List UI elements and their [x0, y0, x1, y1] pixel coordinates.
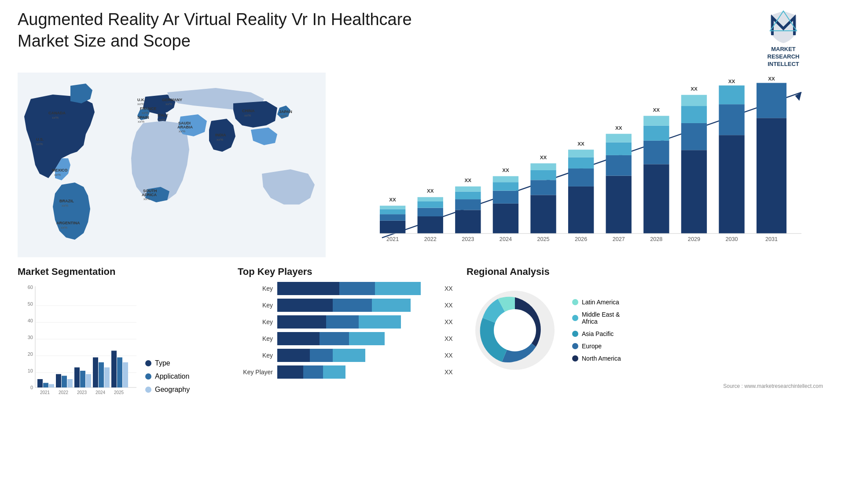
uk-pct: xx% — [137, 102, 144, 106]
bar-2021-seg3 — [380, 209, 405, 214]
legend-latin-america: Latin America — [572, 299, 621, 306]
bar-seg3-1 — [375, 282, 421, 295]
bar-2026-seg1 — [568, 186, 594, 234]
bar-seg1-5 — [277, 349, 310, 362]
seg-2025-app — [117, 357, 122, 387]
player-label-4: Key — [238, 335, 273, 342]
germany-pct: xx% — [165, 102, 172, 106]
player-bar-5 — [277, 349, 440, 362]
bar-2029-seg2 — [681, 123, 707, 150]
bar-seg3-6 — [323, 365, 346, 379]
bar-2022-label: XX — [427, 188, 434, 194]
player-bar-6 — [277, 365, 440, 379]
regional-inner: Latin America Middle East &Africa Asia P… — [467, 282, 827, 379]
bar-2021-seg1 — [380, 220, 405, 233]
seg-2024-app — [99, 362, 104, 387]
bar-2030-seg1 — [719, 135, 744, 234]
bar-2026-seg3 — [568, 157, 594, 168]
mea-label: Middle East &Africa — [582, 311, 620, 325]
bar-2030-seg3 — [719, 85, 744, 104]
seg-year-2025: 2025 — [114, 390, 124, 395]
bar-2027-seg1 — [606, 175, 632, 233]
seg-2022-geo — [67, 379, 73, 387]
japan-label: JAPAN — [279, 110, 292, 114]
type-dot — [145, 360, 151, 366]
player-xx-3: XX — [445, 318, 458, 325]
japan-pct: xx% — [280, 114, 287, 118]
player-label-3: Key — [238, 318, 273, 325]
latin-america-label: Latin America — [582, 299, 619, 306]
bar-seg1-1 — [277, 282, 339, 295]
main-content: CANADA xx% U.S. xx% MEXICO xx% BRAZIL xx… — [0, 73, 845, 407]
asia-pacific-dot — [572, 331, 578, 337]
argentina-label: ARGENTINA — [56, 221, 80, 225]
legend-mea: Middle East &Africa — [572, 311, 621, 325]
page-title: Augmented Reality Ar Virtual Reality Vr … — [18, 9, 414, 52]
bar-2028-seg2 — [643, 140, 669, 164]
brazil-pct: xx% — [62, 204, 68, 208]
mea-dot — [572, 315, 578, 321]
france-pct: xx% — [142, 111, 148, 115]
player-xx-6: XX — [445, 369, 458, 376]
seg-svg: 0 10 20 30 40 50 60 — [18, 282, 141, 405]
segmentation-section: Market Segmentation 0 10 20 30 40 50 — [18, 266, 229, 407]
bar-2028-seg4 — [643, 116, 669, 125]
logo-text: MARKETRESEARCHINTELLECT — [768, 46, 800, 68]
bar-chart: XX XX XX XX — [348, 77, 819, 262]
seg-2025-geo — [123, 362, 128, 387]
seg-2023-app — [80, 371, 85, 387]
top-row: CANADA xx% U.S. xx% MEXICO xx% BRAZIL xx… — [18, 73, 827, 257]
regional-legend: Latin America Middle East &Africa Asia P… — [572, 299, 621, 362]
bar-2031-label: XX — [768, 77, 775, 81]
bottom-row: Market Segmentation 0 10 20 30 40 50 — [18, 266, 827, 407]
player-bar-1 — [277, 282, 440, 295]
legend-application: Application — [145, 373, 190, 380]
bar-2023-seg3 — [455, 191, 481, 199]
us-pct: xx% — [36, 142, 43, 146]
spain-pct: xx% — [138, 120, 144, 124]
regional-title: Regional Analysis — [467, 266, 827, 278]
bar-2025-label: XX — [540, 154, 547, 160]
italy-pct: xx% — [158, 118, 165, 122]
player-label-5: Key — [238, 352, 273, 359]
bar-2029-seg4 — [681, 95, 707, 106]
china-pct: xx% — [244, 113, 251, 117]
player-row-3: Key XX — [238, 315, 458, 329]
bar-chart-section: XX XX XX XX — [339, 73, 827, 257]
logo-icon — [766, 9, 801, 44]
y-label-60: 60 — [28, 285, 33, 290]
year-2026: 2026 — [575, 236, 587, 242]
bar-2024-seg2 — [493, 190, 518, 203]
canada-pct: xx% — [52, 116, 59, 120]
germany-label: GERMANY — [162, 98, 182, 102]
player-label-2: Key — [238, 302, 273, 309]
mexico-label: MEXICO — [52, 168, 68, 172]
bar-seg2-3 — [326, 315, 359, 329]
bar-2025-seg4 — [530, 163, 556, 170]
segmentation-inner: 0 10 20 30 40 50 60 — [18, 282, 229, 407]
bar-seg1-4 — [277, 332, 320, 345]
seg-2022-type — [56, 374, 61, 387]
bar-2026-seg2 — [568, 168, 594, 186]
italy-label: ITALY — [158, 113, 169, 117]
y-label-20: 20 — [28, 351, 33, 357]
logo-area: MARKETRESEARCHINTELLECT — [739, 9, 827, 68]
bar-2023-seg2 — [455, 199, 481, 210]
bar-seg2-6 — [303, 365, 323, 379]
bar-seg3-2 — [372, 299, 411, 312]
bar-seg2-4 — [320, 332, 349, 345]
player-row-5: Key XX — [238, 349, 458, 362]
southafrica-pct: xx% — [143, 197, 150, 201]
seg-2022-app — [62, 376, 67, 387]
bar-seg2-5 — [310, 349, 333, 362]
bar-2023-seg4 — [455, 186, 481, 192]
seg-2023-type — [74, 367, 80, 387]
year-2030: 2030 — [725, 236, 738, 242]
segmentation-title: Market Segmentation — [18, 266, 229, 278]
spain-label: SPAIN — [137, 115, 149, 120]
year-2027: 2027 — [613, 236, 625, 242]
europe-dot — [572, 343, 578, 349]
bar-2027-seg3 — [606, 142, 632, 155]
bar-2021-seg2 — [380, 214, 405, 221]
bar-2022-seg2 — [418, 208, 443, 216]
